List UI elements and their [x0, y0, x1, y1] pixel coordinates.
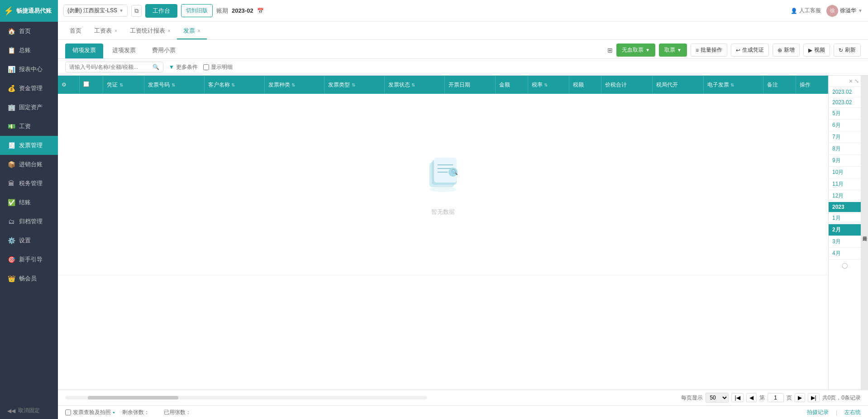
old-version-button[interactable]: 切到旧版	[181, 4, 213, 17]
verify-checkbox-label[interactable]: 发票查验及拍照 ●	[65, 409, 115, 416]
tab-payroll-stats[interactable]: 工资统计报表 ×	[124, 23, 177, 39]
close-panel-icon[interactable]: ×	[849, 77, 853, 85]
date-item-10[interactable]: 10月	[829, 167, 861, 178]
copy-company-button[interactable]: ⧉	[131, 5, 142, 17]
sidebar-item-finance[interactable]: 💰 资金管理	[0, 79, 58, 98]
company-selector[interactable]: (勿删) 江西股宝-LSS ▼	[63, 5, 128, 17]
first-page-button[interactable]: |◀	[731, 393, 743, 402]
date-item-apr[interactable]: 4月	[829, 248, 861, 260]
tab-close-icon[interactable]: ×	[198, 29, 200, 34]
col-total[interactable]: 价税合计	[601, 76, 652, 94]
date-year-2023[interactable]: 2023	[829, 202, 861, 212]
col-date[interactable]: 开票日期	[444, 76, 496, 94]
sidebar-item-sales-ledger[interactable]: 📦 进销台账	[0, 155, 58, 174]
panel-toggle-strip[interactable]: 开账日期	[861, 76, 868, 390]
date-item-6[interactable]: 6月	[829, 120, 861, 131]
page-input[interactable]	[768, 393, 784, 402]
no-ticket-button[interactable]: 无血取票 ▼	[616, 43, 655, 57]
tab-label: 发票	[183, 27, 195, 35]
date-item-12[interactable]: 12月	[829, 190, 861, 202]
empty-state: 🔍 暂无数据	[58, 94, 828, 275]
date-item-8[interactable]: 8月	[829, 143, 861, 155]
col-amount[interactable]: 金额	[496, 76, 528, 94]
subtab-sales-invoice[interactable]: 销项发票	[65, 43, 103, 58]
subtab-purchase-invoice[interactable]: 进项发票	[105, 43, 143, 58]
expand-panel-button[interactable]: ◯	[829, 260, 861, 271]
col-status[interactable]: 发票状态 ⇅	[384, 76, 444, 94]
col-tax-rate[interactable]: 税率 ⇅	[528, 76, 569, 94]
col-remark[interactable]: 备注	[763, 76, 796, 94]
scrollbar-track[interactable]	[65, 396, 427, 400]
prev-page-button[interactable]: ◀	[746, 393, 757, 402]
sidebar-item-settings[interactable]: ⚙️ 设置	[0, 231, 58, 250]
sidebar-item-member[interactable]: 👑 畅会员	[0, 269, 58, 288]
sidebar-item-assets[interactable]: 🏢 固定资产	[0, 98, 58, 117]
new-button[interactable]: ⊕ 新增	[773, 43, 800, 57]
gen-voucher-label: 生成凭证	[742, 46, 764, 54]
sidebar-item-close-books[interactable]: ✅ 结账	[0, 193, 58, 212]
workspace-button[interactable]: 工作台	[145, 4, 177, 18]
col-invoice-category[interactable]: 发票类型 ⇅	[324, 76, 385, 94]
date-item-11[interactable]: 11月	[829, 178, 861, 190]
last-page-button[interactable]: ▶|	[808, 393, 820, 402]
customer-service-button[interactable]: 👤 人工客服	[791, 7, 821, 14]
subtab-expense-receipt[interactable]: 费用小票	[145, 43, 183, 58]
col-settings[interactable]: ⚙	[58, 76, 80, 94]
select-all-checkbox[interactable]	[83, 81, 89, 87]
tab-payroll[interactable]: 工资表 ×	[88, 23, 124, 39]
date-item-feb[interactable]: 2月	[829, 224, 861, 236]
col-invoice-type[interactable]: 发票种类 ⇅	[264, 76, 324, 94]
search-box[interactable]: 🔍	[65, 62, 163, 72]
col-electronic[interactable]: 电子发票 ⇅	[703, 76, 763, 94]
tab-close-icon[interactable]: ×	[114, 29, 117, 34]
date-item-2023-02-2[interactable]: 2023.02	[829, 97, 861, 108]
search-icon[interactable]: 🔍	[153, 64, 159, 70]
show-detail-input[interactable]	[203, 64, 209, 70]
tab-close-icon[interactable]: ×	[168, 29, 171, 34]
gen-voucher-button[interactable]: ↩ 生成凭证	[731, 43, 769, 57]
date-item-mar[interactable]: 3月	[829, 236, 861, 248]
video-button[interactable]: ▶ 视频	[803, 43, 830, 57]
add-record-link[interactable]: 拍摄记录	[807, 409, 829, 416]
sidebar-pin-button[interactable]: ◀◀ 取消固定	[0, 402, 58, 419]
sidebar-item-salary[interactable]: 💵 工资	[0, 117, 58, 136]
sidebar-item-invoice[interactable]: 🧾 发票管理	[0, 136, 58, 155]
search-input[interactable]	[69, 64, 151, 70]
ticket-button[interactable]: 取票 ▼	[659, 43, 687, 57]
tab-home[interactable]: 首页	[63, 23, 88, 39]
col-invoice-no[interactable]: 发票号码 ⇅	[144, 76, 205, 94]
sidebar-item-tax[interactable]: 🏛 税务管理	[0, 174, 58, 193]
sort-icon: ⇅	[352, 82, 355, 87]
col-tax[interactable]: 税额	[569, 76, 601, 94]
sidebar-item-guide[interactable]: 🎯 新手引导	[0, 250, 58, 269]
calendar-icon[interactable]: 📅	[257, 8, 264, 14]
date-item-7[interactable]: 7月	[829, 131, 861, 143]
col-checkbox[interactable]	[80, 76, 103, 94]
col-action[interactable]: 操作	[796, 76, 828, 94]
date-item-2023-02-1[interactable]: 2023.02	[829, 87, 861, 97]
refresh-button[interactable]: ↻ 刷新	[834, 43, 861, 57]
sidebar-item-archive[interactable]: 🗂 归档管理	[0, 212, 58, 231]
col-voucher[interactable]: 凭证 ⇅	[103, 76, 144, 94]
maximize-icon[interactable]: ⤡	[854, 78, 859, 84]
sidebar-item-reports[interactable]: 📊 报表中心	[0, 60, 58, 79]
filter-button[interactable]: ▼ 更多条件	[169, 63, 198, 71]
verify-checkbox[interactable]	[65, 409, 71, 415]
col-tax-bureau[interactable]: 税局代开	[652, 76, 703, 94]
view-link[interactable]: 左右统	[844, 409, 861, 416]
company-dropdown-icon: ▼	[119, 8, 124, 13]
col-customer[interactable]: 客户名称 ⇅	[204, 76, 264, 94]
date-item-5[interactable]: 5月	[829, 108, 861, 120]
scrollbar-thumb[interactable]	[88, 396, 178, 400]
sidebar-item-home[interactable]: 🏠 首页	[0, 22, 58, 41]
grid-icon[interactable]: ⊞	[607, 47, 613, 54]
user-menu[interactable]: 徐 徐溢华 ▼	[826, 5, 863, 17]
tab-invoice[interactable]: 发票 ×	[177, 23, 207, 39]
sidebar-item-ledger[interactable]: 📋 总账	[0, 41, 58, 60]
next-page-button[interactable]: ▶	[795, 393, 805, 402]
date-item-jan[interactable]: 1月	[829, 212, 861, 224]
date-item-9[interactable]: 9月	[829, 155, 861, 167]
per-page-select[interactable]: 50 20 100	[706, 393, 729, 403]
batch-button[interactable]: ≡ 批量操作	[691, 43, 727, 57]
show-detail-checkbox[interactable]: 显示明细	[203, 63, 233, 71]
